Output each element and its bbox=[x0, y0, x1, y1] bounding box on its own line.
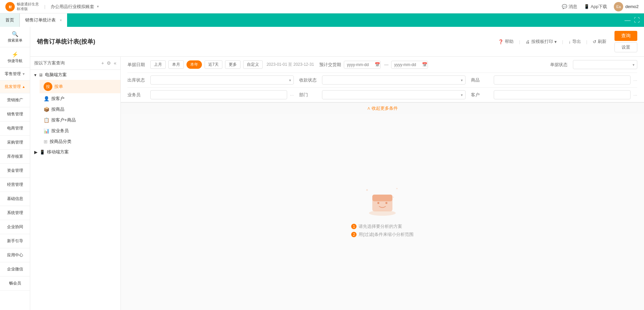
status-label: 单据状态 bbox=[550, 62, 570, 68]
tree-item-by-customer[interactable]: 👤 按客户 bbox=[40, 93, 120, 104]
sidebar-item-retail[interactable]: 零售管理 ▼ bbox=[0, 68, 30, 81]
app-name: 畅捷通好生意 标准版 bbox=[17, 2, 39, 11]
expected-date-from-input[interactable] bbox=[344, 61, 381, 69]
goods-filter: 商品 ··· bbox=[471, 75, 637, 85]
expected-date-to-input[interactable] bbox=[391, 61, 428, 69]
svg-rect-4 bbox=[372, 195, 392, 201]
left-panel: 按以下方案查询 + ⚙ « ▾ 🖥 电脑端方案 bbox=[30, 57, 121, 310]
page-header: 销售订单统计表(按单) ❓ 帮助 | 🖨 按模板打印 ▾ | ↓ bbox=[30, 27, 644, 57]
collapse-bar[interactable]: ∧ 收起更多条件 bbox=[121, 102, 644, 114]
tree-item-by-customer-goods[interactable]: 📋 按客户+商品 bbox=[40, 115, 120, 125]
left-panel-title: 按以下方案查询 bbox=[34, 60, 65, 66]
sidebar-item-newuser[interactable]: 新手引导 bbox=[0, 234, 30, 248]
tree-item-by-order[interactable]: 按 按单 bbox=[40, 80, 120, 93]
breadcrumb-dropdown-icon[interactable]: ▾ bbox=[97, 4, 99, 9]
user-area[interactable]: Ea demo2 bbox=[614, 2, 639, 11]
message-btn[interactable]: 💬 消息 bbox=[562, 4, 577, 10]
retail-arrow-icon: ▼ bbox=[22, 72, 25, 76]
goods-dots-btn[interactable]: ··· bbox=[633, 78, 637, 83]
tree-item-by-salesperson[interactable]: 📊 按业务员 bbox=[40, 125, 120, 136]
tip-num-1: 1 bbox=[351, 224, 357, 229]
svg-point-5 bbox=[377, 202, 379, 204]
tab-active[interactable]: 销售订单统计表 × bbox=[20, 13, 67, 27]
search-icon: 🔍 bbox=[12, 31, 18, 37]
sidebar-item-appcenter[interactable]: 应用中心 bbox=[0, 248, 30, 262]
sidebar-item-enterprise[interactable]: 企业协同 bbox=[0, 220, 30, 234]
date-more-btn[interactable]: 更多 bbox=[225, 60, 240, 69]
goods-input[interactable] bbox=[494, 75, 631, 85]
refresh-btn[interactable]: ↺ 刷新 bbox=[593, 39, 606, 45]
left-panel-icons: + ⚙ « bbox=[101, 60, 116, 66]
sidebar-item-purchase[interactable]: 采购管理 bbox=[0, 136, 30, 150]
receipt-label: 收款状态 bbox=[299, 77, 319, 83]
breadcrumb-title: 办公用品行业模拟账套 bbox=[51, 4, 94, 10]
add-scheme-btn[interactable]: + bbox=[101, 60, 104, 66]
wholesale-arrow-icon: ▲ bbox=[22, 85, 25, 89]
salesperson-dots-btn[interactable]: ··· bbox=[290, 92, 294, 98]
tab-close-icon[interactable]: × bbox=[60, 18, 62, 22]
help-btn[interactable]: ❓ 帮助 bbox=[498, 39, 514, 45]
collapse-panel-btn[interactable]: « bbox=[114, 60, 116, 66]
sidebar-item-ecommerce[interactable]: 电商管理 bbox=[0, 121, 30, 136]
dept-select[interactable] bbox=[322, 90, 466, 99]
sidebar-item-quick[interactable]: ⚡ 快捷导航 bbox=[0, 47, 30, 68]
date-separator: — bbox=[384, 62, 388, 67]
dept-select-container bbox=[322, 90, 466, 99]
goods-icon: 📦 bbox=[44, 107, 49, 112]
print-icon: 🖨 bbox=[526, 39, 530, 44]
app-download-icon: 📱 bbox=[584, 4, 589, 9]
filter-row-1: 单据日期 上月 本月 本年 近7天 更多 自定义 2023-01-01 至 20… bbox=[127, 57, 637, 73]
date-filter-section: 单据日期 上月 本月 本年 近7天 更多 自定义 2023-01-01 至 20… bbox=[127, 60, 314, 69]
sidebar-item-search[interactable]: 🔍 搜索菜单 bbox=[0, 27, 30, 47]
sidebar-item-inventory[interactable]: 库存核算 bbox=[0, 150, 30, 164]
filter-row-3: 业务员 ··· 部门 bbox=[127, 88, 637, 102]
svg-point-6 bbox=[385, 202, 387, 204]
inner-layout: 按以下方案查询 + ⚙ « ▾ 🖥 电脑端方案 bbox=[30, 57, 644, 310]
settings-scheme-btn[interactable]: ⚙ bbox=[107, 60, 111, 66]
date-this-year-btn[interactable]: 本年 bbox=[186, 60, 202, 69]
sidebar-item-wechat[interactable]: 企业微信 bbox=[0, 262, 30, 276]
top-bar: 财 畅捷通好生意 标准版 | 办公用品行业模拟账套 ▾ 💬 消息 📱 App下载… bbox=[0, 0, 644, 13]
sidebar-item-system[interactable]: 系统管理 bbox=[0, 206, 30, 220]
sidebar-item-finance[interactable]: 资金管理 bbox=[0, 164, 30, 178]
outbound-select[interactable] bbox=[150, 75, 294, 85]
sidebar-item-vip[interactable]: 畅会员 bbox=[0, 276, 30, 291]
sidebar-item-operations[interactable]: 经营管理 bbox=[0, 178, 30, 192]
tree-group-mobile[interactable]: ▶ 📱 移动端方案 bbox=[30, 147, 120, 157]
receipt-select[interactable] bbox=[322, 75, 466, 85]
date-custom-btn[interactable]: 自定义 bbox=[243, 60, 263, 69]
avatar: Ea bbox=[614, 2, 623, 11]
tree-group-pc[interactable]: ▾ 🖥 电脑端方案 bbox=[30, 70, 120, 80]
customer-dots-btn[interactable]: ··· bbox=[633, 92, 637, 98]
date-prev-month-btn[interactable]: 上月 bbox=[150, 60, 166, 69]
sidebar-item-basic[interactable]: 基础信息 bbox=[0, 192, 30, 206]
tab-minimize-icon[interactable]: — bbox=[625, 17, 631, 24]
tree-group-mobile-label: 移动端方案 bbox=[47, 149, 69, 155]
export-btn[interactable]: ↓ 导出 bbox=[569, 39, 581, 45]
date-this-month-btn[interactable]: 本月 bbox=[168, 60, 184, 69]
svg-text:✦: ✦ bbox=[366, 188, 368, 192]
page-title: 销售订单统计表(按单) bbox=[37, 38, 95, 46]
date-7days-btn[interactable]: 近7天 bbox=[205, 60, 222, 69]
sidebar-item-sales[interactable]: 销售管理 bbox=[0, 107, 30, 121]
salesperson-icon: 📊 bbox=[44, 128, 49, 134]
app-download-btn[interactable]: 📱 App下载 bbox=[584, 4, 607, 10]
receipt-filter: 收款状态 bbox=[299, 75, 466, 85]
status-select[interactable] bbox=[573, 60, 637, 69]
template-print-btn[interactable]: 🖨 按模板打印 ▾ bbox=[526, 39, 557, 45]
tree-item-by-goods-category[interactable]: ⊞ 按商品分类 bbox=[40, 136, 120, 147]
user-name: demo2 bbox=[625, 4, 639, 9]
tree-item-by-goods[interactable]: 📦 按商品 bbox=[40, 104, 120, 115]
settings-btn[interactable]: 设置 bbox=[614, 42, 637, 52]
salesperson-input[interactable] bbox=[150, 90, 287, 99]
export-icon: ↓ bbox=[569, 39, 571, 44]
customer-input[interactable] bbox=[494, 90, 631, 99]
tab-home[interactable]: 首页 bbox=[0, 13, 20, 27]
sidebar-item-marketing[interactable]: 营销推广 bbox=[0, 93, 30, 107]
sidebar-item-wholesale[interactable]: 批发管理 ▲ bbox=[0, 81, 30, 93]
filter-container: 单据日期 上月 本月 本年 近7天 更多 自定义 2023-01-01 至 20… bbox=[121, 57, 644, 102]
expected-date-label: 预计交货期 bbox=[319, 62, 341, 68]
salesperson-filter: 业务员 ··· bbox=[127, 90, 294, 99]
tab-maximize-icon[interactable]: ⛶ bbox=[634, 17, 640, 24]
query-btn[interactable]: 查询 bbox=[614, 31, 637, 41]
